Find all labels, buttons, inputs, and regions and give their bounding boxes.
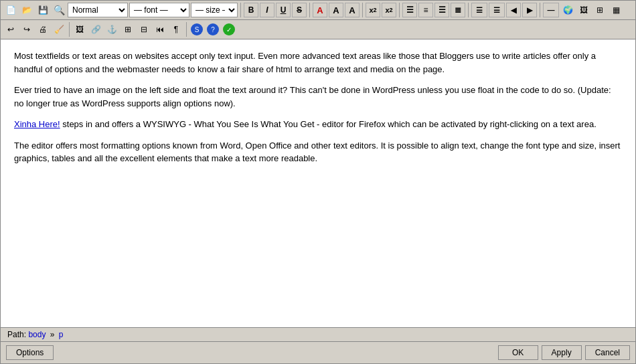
about-btn[interactable]: ✓ — [222, 22, 236, 37]
help-icon: ? — [207, 23, 219, 35]
ul-btn[interactable]: ☰ — [489, 3, 505, 17]
outdent-btn[interactable]: ◀ — [506, 3, 521, 17]
font-color-btn[interactable]: A — [313, 3, 327, 17]
paragraph-4: The editor offers most formatting option… — [14, 139, 622, 165]
align-justify-btn[interactable]: ≣ — [451, 3, 465, 17]
sep8 — [186, 22, 187, 37]
body-link[interactable]: body — [28, 330, 46, 339]
bottom-right-buttons: OK Apply Cancel — [498, 345, 630, 360]
sep4 — [399, 3, 400, 17]
link-btn[interactable]: 🔗 — [88, 22, 103, 37]
status-bar: Path: body » p — [1, 327, 635, 341]
cell-btn[interactable]: ▦ — [609, 3, 623, 17]
table-insert-btn[interactable]: ⊞ — [121, 22, 135, 37]
paragraph-3: Xinha Here! steps in and offers a WYSIWY… — [14, 118, 622, 131]
sep7 — [69, 22, 70, 37]
style-select[interactable]: Normal — [68, 3, 128, 17]
align-center-btn[interactable]: ≡ — [418, 3, 433, 17]
p-link[interactable]: p — [59, 330, 64, 339]
clean-btn[interactable]: 🧹 — [52, 22, 66, 37]
toolbar-row-2: ↩ ↪ 🖨 🧹 🖼 🔗 ⚓ ⊞ ⊟ ⏮ ¶ S ? ✓ — [1, 20, 635, 39]
save-btn[interactable]: 💾 — [35, 3, 50, 17]
paragraph-1: Most textfields or text areas on website… — [14, 50, 622, 76]
editor-content[interactable]: Most textfields or text areas on website… — [1, 39, 635, 327]
anchor-btn[interactable]: ⚓ — [104, 22, 119, 37]
about-icon: ✓ — [223, 23, 235, 35]
redo-btn[interactable]: ↪ — [19, 22, 34, 37]
indent-btn[interactable]: ▶ — [522, 3, 537, 17]
hr-btn[interactable]: — — [543, 3, 559, 17]
bottom-bar: Options OK Apply Cancel — [1, 341, 635, 363]
bold-btn[interactable]: B — [244, 3, 258, 17]
earth-btn[interactable]: 🌍 — [560, 3, 575, 17]
path-label: Path: — [7, 330, 26, 339]
breadcrumb-sep: » — [50, 330, 55, 339]
pilcrow-btn[interactable]: ¶ — [169, 22, 183, 37]
new-doc-btn[interactable]: 📄 — [3, 3, 18, 17]
italic-btn[interactable]: I — [260, 3, 274, 17]
ol-btn[interactable]: ☰ — [471, 3, 487, 17]
text-color-btn[interactable]: A — [345, 3, 360, 17]
spell-btn[interactable]: S — [189, 22, 204, 37]
superscript-btn[interactable]: x2 — [382, 3, 396, 17]
undo-btn[interactable]: ↩ — [3, 22, 18, 37]
table-btn[interactable]: ⊞ — [592, 3, 607, 17]
font-select[interactable]: — font — — [129, 3, 189, 17]
xinha-link[interactable]: Xinha Here! — [14, 119, 60, 129]
apply-button[interactable]: Apply — [542, 345, 582, 360]
sep2 — [309, 3, 310, 17]
sep3 — [362, 3, 363, 17]
open-btn[interactable]: 📂 — [19, 3, 34, 17]
sep6 — [540, 3, 540, 17]
bg-color-btn[interactable]: A — [329, 3, 343, 17]
cancel-button[interactable]: Cancel — [585, 345, 630, 360]
print-btn[interactable]: 🖨 — [35, 22, 50, 37]
strike-btn[interactable]: S — [292, 3, 307, 17]
underline-btn[interactable]: U — [276, 3, 291, 17]
sep1 — [240, 3, 241, 17]
spell-icon: S — [191, 23, 203, 35]
ok-button[interactable]: OK — [498, 345, 538, 360]
img-insert-btn[interactable]: 🖼 — [72, 22, 87, 37]
align-right-btn[interactable]: ☰ — [434, 3, 449, 17]
sep5 — [468, 3, 469, 17]
paragraph-2: Ever tried to have an image on the left … — [14, 84, 622, 110]
table-edit-btn[interactable]: ⊟ — [137, 22, 151, 37]
options-button[interactable]: Options — [6, 345, 54, 360]
editor-container: 📄 📂 💾 🔍 Normal — font — — size — B I U S… — [0, 0, 636, 364]
zoom-btn[interactable]: 🔍 — [52, 3, 66, 17]
align-left-btn[interactable]: ☰ — [402, 3, 417, 17]
skip-back-btn[interactable]: ⏮ — [153, 22, 167, 37]
size-select[interactable]: — size — — [191, 3, 238, 17]
subscript-btn[interactable]: x2 — [366, 3, 380, 17]
help-btn[interactable]: ? — [206, 22, 220, 37]
toolbar-row-1: 📄 📂 💾 🔍 Normal — font — — size — B I U S… — [1, 1, 635, 20]
image-btn[interactable]: 🖼 — [576, 3, 591, 17]
